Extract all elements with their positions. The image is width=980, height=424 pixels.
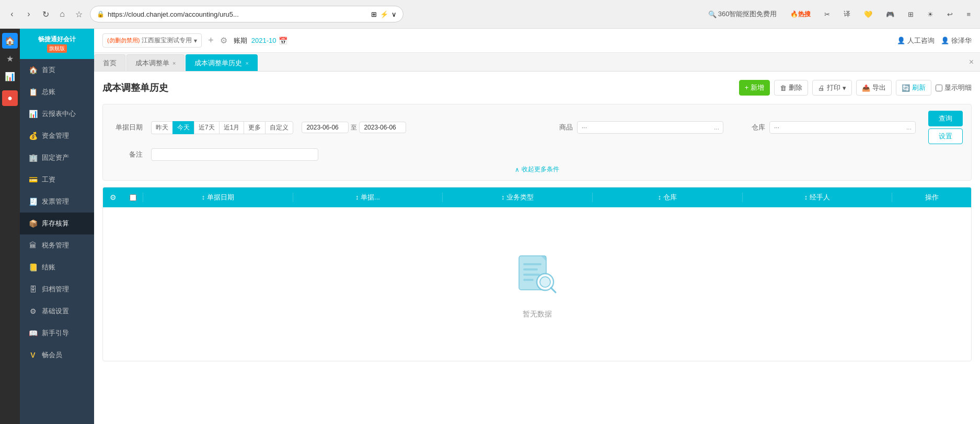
tab-close-panel[interactable]: × bbox=[963, 57, 980, 67]
tab-cost-adjust-label: 成本调整单 bbox=[135, 58, 169, 68]
date-btn-custom[interactable]: 自定义 bbox=[265, 121, 293, 134]
lock-icon: 🔒 bbox=[97, 10, 105, 18]
sidebar-logo: 畅捷通好会计 旗舰版 bbox=[20, 29, 94, 59]
print-button[interactable]: 🖨 打印 ▾ bbox=[812, 80, 852, 96]
th-handler[interactable]: ↕ 经手人 bbox=[742, 193, 892, 202]
logo-subtitle: 旗舰版 bbox=[47, 44, 67, 53]
delete-button[interactable]: 🗑 删除 bbox=[774, 80, 808, 96]
address-bar[interactable]: 🔒 https://cloud.chanjet.com/accounting/u… bbox=[90, 6, 403, 22]
member-icon: V bbox=[28, 351, 38, 359]
table-settings-icon[interactable]: ⚙ bbox=[103, 193, 123, 202]
print-icon: 🖨 bbox=[818, 84, 825, 92]
delete-icon: 🗑 bbox=[780, 84, 787, 92]
goods-filter-label: 商品 bbox=[541, 123, 573, 132]
sidebar-item-home[interactable]: 🏠 首页 bbox=[20, 59, 94, 81]
th-doc-no[interactable]: ↕ 单据... bbox=[293, 193, 443, 202]
sidebar-item-tax[interactable]: 🏛 税务管理 bbox=[20, 234, 94, 256]
company-selector[interactable]: (勿删勿禁用) 江西服宝测试专用 ▾ bbox=[102, 33, 202, 48]
sidebar-item-member[interactable]: V 畅会员 bbox=[20, 344, 94, 366]
sidebar-item-inventory[interactable]: 📦 库存核算 bbox=[20, 213, 94, 234]
content-area: 成本调整单历史 + 新增 🗑 删除 🖨 打印 ▾ 📤 导出 bbox=[94, 72, 980, 424]
date-to-input[interactable] bbox=[359, 122, 406, 133]
sidebar-item-guide[interactable]: 📖 新手引导 bbox=[20, 322, 94, 344]
settings-gear-icon[interactable]: ⚙ bbox=[220, 36, 227, 45]
refresh-button[interactable]: 🔄 刷新 bbox=[896, 80, 931, 96]
tab-home[interactable]: 首页 bbox=[94, 54, 125, 71]
goods-selector[interactable] bbox=[577, 121, 723, 134]
rail-star-icon[interactable]: ★ bbox=[2, 51, 18, 66]
date-btn-today[interactable]: 今天 bbox=[172, 121, 194, 134]
table-select-all[interactable] bbox=[123, 194, 143, 201]
warehouse-selector[interactable] bbox=[769, 121, 916, 134]
remark-input[interactable] bbox=[151, 148, 318, 161]
tab-cost-adjust-history-close[interactable]: × bbox=[245, 60, 248, 66]
search-tool[interactable]: 🔍 360智能抠图免费用 bbox=[704, 7, 781, 21]
date-btn-more[interactable]: 更多 bbox=[244, 121, 265, 134]
sidebar-item-label: 新手引导 bbox=[42, 328, 69, 338]
user-profile-button[interactable]: 👤 徐泽华 bbox=[941, 36, 972, 45]
translate-tool[interactable]: 译 bbox=[839, 7, 855, 21]
chevron-down-icon: ∨ bbox=[391, 10, 397, 18]
scissors-tool[interactable]: ✂ bbox=[820, 8, 834, 20]
sidebar-item-ledger[interactable]: 📋 总账 bbox=[20, 81, 94, 103]
game-tool[interactable]: 🎮 bbox=[882, 8, 898, 20]
empty-text: 暂无数据 bbox=[523, 310, 552, 319]
refresh-browser-button[interactable]: ↻ bbox=[39, 7, 52, 21]
add-tab-button[interactable]: + bbox=[208, 35, 214, 46]
sidebar-item-label: 结账 bbox=[42, 263, 55, 272]
filter-settings-button[interactable]: 设置 bbox=[928, 128, 963, 144]
date-btn-1month[interactable]: 近1月 bbox=[219, 121, 244, 134]
tab-cost-adjust[interactable]: 成本调整单 × bbox=[126, 54, 185, 71]
inventory-icon: 📦 bbox=[28, 219, 38, 228]
date-range: 至 bbox=[302, 122, 406, 133]
menu-tool[interactable]: ≡ bbox=[962, 8, 975, 20]
salary-icon: 💳 bbox=[28, 175, 38, 184]
app-container: 🏠 ★ 📊 ● 畅捷通好会计 旗舰版 🏠 首页 📋 总账 📊 云报表中心 bbox=[0, 29, 980, 424]
back-button[interactable]: ‹ bbox=[5, 7, 19, 21]
refresh-icon: 🔄 bbox=[902, 84, 910, 92]
forward-button[interactable]: › bbox=[22, 7, 36, 21]
new-button[interactable]: + 新增 bbox=[739, 80, 770, 96]
company-warning: (勿删勿禁用) bbox=[107, 37, 140, 44]
sidebar-item-close[interactable]: 📒 结账 bbox=[20, 256, 94, 278]
date-btn-7days[interactable]: 近7天 bbox=[194, 121, 219, 134]
rail-active-icon[interactable]: ● bbox=[2, 90, 18, 106]
date-btn-yesterday[interactable]: 昨天 bbox=[151, 121, 172, 134]
filter-area: 单据日期 昨天 今天 近7天 近1月 更多 自定义 至 bbox=[102, 104, 972, 181]
rail-chart-icon[interactable]: 📊 bbox=[2, 68, 18, 84]
select-all-checkbox[interactable] bbox=[130, 194, 136, 201]
display-detail-checkbox[interactable] bbox=[936, 85, 942, 91]
bookmark-button[interactable]: ☆ bbox=[72, 7, 86, 21]
undo-tool[interactable]: ↩ bbox=[943, 8, 957, 20]
tab-cost-adjust-close[interactable]: × bbox=[172, 60, 176, 66]
query-button[interactable]: 查询 bbox=[928, 111, 963, 126]
sidebar-item-reports[interactable]: 📊 云报表中心 bbox=[20, 103, 94, 125]
wallet-tool[interactable]: 💛 bbox=[860, 8, 877, 20]
close-account-icon: 📒 bbox=[28, 263, 38, 272]
filter-row-remark: 备注 bbox=[111, 148, 963, 161]
grid-tool[interactable]: ⊞ bbox=[904, 8, 918, 20]
th-biz-type[interactable]: ↕ 业务类型 bbox=[442, 193, 592, 202]
sidebar-item-label: 税务管理 bbox=[42, 241, 69, 250]
rail-home-icon[interactable]: 🏠 bbox=[2, 33, 18, 49]
date-from-input[interactable] bbox=[302, 122, 349, 133]
sidebar-item-label: 归档管理 bbox=[42, 285, 69, 294]
sidebar-item-assets[interactable]: 🏢 固定资产 bbox=[20, 147, 94, 169]
theme-tool[interactable]: ☀ bbox=[923, 8, 938, 20]
th-warehouse[interactable]: ↕ 仓库 bbox=[592, 193, 742, 202]
export-button[interactable]: 📤 导出 bbox=[856, 80, 892, 96]
display-detail-toggle[interactable]: 显示明细 bbox=[936, 83, 972, 92]
customer-service-button[interactable]: 👤 人工咨询 bbox=[897, 36, 935, 45]
sidebar-item-settings[interactable]: ⚙ 基础设置 bbox=[20, 300, 94, 322]
hot-search[interactable]: 🔥热搜 bbox=[786, 8, 815, 21]
sidebar-item-salary[interactable]: 💳 工资 bbox=[20, 169, 94, 191]
lightning-icon: ⚡ bbox=[380, 10, 388, 18]
tab-cost-adjust-history[interactable]: 成本调整单历史 × bbox=[186, 54, 257, 71]
home-browser-button[interactable]: ⌂ bbox=[55, 7, 69, 21]
calendar-icon[interactable]: 📅 bbox=[279, 37, 287, 45]
sidebar-item-archive[interactable]: 🗄 归档管理 bbox=[20, 278, 94, 300]
sidebar-item-funds[interactable]: 💰 资金管理 bbox=[20, 125, 94, 147]
th-date[interactable]: ↕ 单据日期 bbox=[143, 193, 293, 202]
sidebar-item-invoice[interactable]: 🧾 发票管理 bbox=[20, 191, 94, 213]
collapse-button[interactable]: ∧ 收起更多条件 bbox=[111, 165, 963, 174]
